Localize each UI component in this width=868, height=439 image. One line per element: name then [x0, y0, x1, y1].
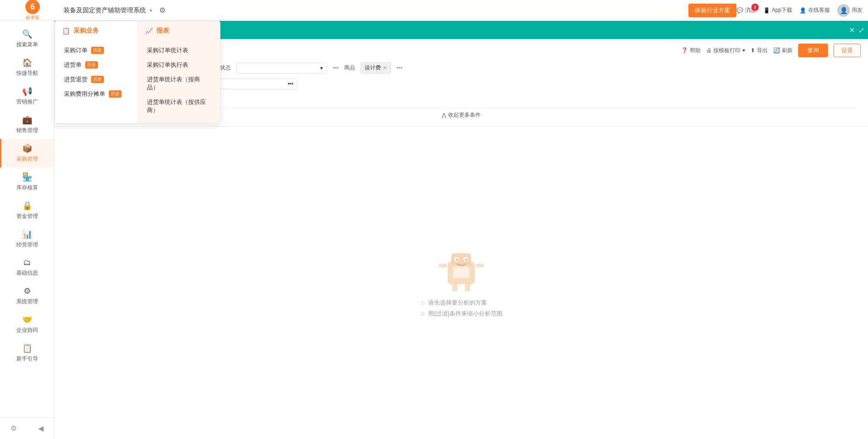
purchase-col-title: 采购业务 — [73, 27, 99, 35]
message-icon: 💬 — [736, 7, 743, 14]
report-col-title: 报表 — [156, 27, 169, 35]
stock-in-history: 历史 — [85, 61, 98, 69]
settings-btn[interactable]: 设置 — [834, 44, 861, 57]
tab-bar-right: ✕ ⤢ — [849, 21, 868, 39]
sidebar-item-guide[interactable]: 📋 新手引导 — [0, 339, 54, 367]
online-service-item[interactable]: 👤 在线客服 — [800, 6, 830, 14]
sidebar-item-system[interactable]: ⚙ 系统管理 — [0, 281, 54, 310]
help-icon: ❓ — [681, 47, 688, 54]
refresh-action[interactable]: 🔄 刷新 — [773, 47, 793, 54]
notification-badge: 9 — [751, 4, 759, 11]
report-col-icon: 📈 — [145, 27, 153, 35]
user-label: 用友 — [852, 6, 863, 14]
finance-icon: 🔒 — [22, 201, 32, 211]
filter-goods-dots[interactable]: ••• — [396, 64, 403, 71]
filter-salesman-select[interactable]: ••• — [207, 79, 297, 89]
empty-text-line1: 请先选择要分析的方案 — [420, 299, 502, 307]
svg-rect-6 — [439, 264, 447, 267]
svg-rect-7 — [476, 264, 484, 267]
stock-stat-goods-label: 进货单统计表（按商品） — [147, 75, 211, 92]
phone-icon: 📱 — [763, 7, 770, 14]
guide-icon: 📋 — [22, 343, 32, 353]
purchase-icon: 📦 — [22, 143, 32, 153]
system-icon: ⚙ — [24, 286, 31, 296]
tab-expand-icon[interactable]: ⤢ — [858, 26, 864, 35]
sidebar-bottom-settings-icon[interactable]: ⚙ — [8, 421, 20, 435]
app-download-item[interactable]: 📱 App下载 — [763, 6, 792, 14]
filter-goods-close[interactable]: ✕ — [383, 65, 387, 71]
filter-status-dots[interactable]: ••• — [332, 64, 339, 71]
sidebar-label-finance: 资金管理 — [16, 212, 38, 220]
collapse-label: 收起更多条件 — [448, 111, 481, 119]
filter-goods-value: 设计费 — [365, 64, 381, 72]
sidebar-item-inventory[interactable]: 🏪 库存核算 — [0, 168, 54, 196]
sidebar-item-enterprise[interactable]: 🤝 企业协同 — [0, 310, 54, 339]
print-action[interactable]: 🖨 按模板打印 ▾ — [706, 47, 745, 54]
dropdown-item-purchase-stat[interactable]: 采购订单统计表 — [145, 43, 213, 58]
inventory-icon: 🏪 — [22, 172, 32, 182]
filter-status-arrow: ▾ — [320, 65, 323, 71]
purchase-exec-label: 采购订单执行表 — [147, 61, 188, 69]
sidebar-item-operation[interactable]: 📊 经营管理 — [0, 225, 54, 253]
system-settings-icon[interactable]: ⚙ — [156, 4, 169, 17]
refresh-icon: 🔄 — [773, 47, 780, 54]
logo-icon: 6 — [25, 0, 40, 14]
dropdown-item-purchase-order[interactable]: 采购订单 历史 — [62, 43, 130, 58]
query-btn[interactable]: 查询 — [798, 44, 828, 57]
filter-salesman-arrow: ••• — [288, 81, 293, 87]
print-dropdown-icon[interactable]: ▾ — [742, 47, 745, 54]
tab-close-all-icon[interactable]: ✕ — [849, 26, 855, 35]
sidebar-item-marketing[interactable]: 📢 营销推广 — [0, 82, 54, 110]
collapse-up-icon: ⋀ — [442, 112, 446, 118]
empty-state: 请先选择要分析的方案 用[过滤]条件来缩小分析范围 — [420, 248, 502, 318]
empty-text: 请先选择要分析的方案 用[过滤]条件来缩小分析范围 — [420, 299, 502, 318]
report-col: 📈 报表 采购订单统计表 采购订单执行表 进货单统计表（按商品） 进货单统计表（… — [138, 21, 220, 123]
sidebar-bottom: ⚙ ◀ — [0, 417, 54, 439]
enterprise-icon: 🤝 — [22, 315, 32, 325]
filter-goods-label: 商品 — [344, 64, 355, 72]
refresh-label: 刷新 — [782, 47, 793, 54]
dropdown-item-stock-stat-supplier[interactable]: 进货单统计表（按供应商） — [145, 95, 213, 118]
purchase-col-header: 📋 采购业务 — [62, 27, 130, 38]
purchase-col: 📋 采购业务 采购订单 历史 进货单 历史 进货退货 历史 采购费用分摊单 历史 — [55, 21, 138, 123]
filter-status-select[interactable]: ▾ — [236, 63, 327, 74]
marketing-icon: 📢 — [22, 86, 32, 96]
sidebar: 🔍 搜索菜单 🏠 快捷导航 📢 营销推广 💼 销售管理 📦 采购管理 🏪 库存核… — [0, 21, 54, 439]
svg-rect-9 — [465, 283, 470, 291]
sidebar-item-purchase[interactable]: 📦 采购管理 — [0, 139, 54, 168]
sidebar-item-sales[interactable]: 💼 销售管理 — [0, 110, 54, 139]
sidebar-label-marketing: 营销推广 — [16, 98, 38, 106]
sidebar-item-quick[interactable]: 🏠 快捷导航 — [0, 53, 54, 82]
sidebar-bottom-collapse-icon[interactable]: ◀ — [35, 421, 46, 435]
export-label: 导出 — [757, 47, 768, 54]
notification-item[interactable]: 💬 消息 9 — [736, 6, 756, 14]
system-dropdown-arrow[interactable]: ▾ — [150, 7, 152, 14]
purchase-order-history: 历史 — [91, 47, 104, 54]
industry-btn[interactable]: 体验行业方案 — [688, 4, 736, 17]
sidebar-item-search[interactable]: 🔍 搜索菜单 — [0, 25, 54, 53]
export-action[interactable]: ⬆ 导出 — [751, 47, 768, 54]
sidebar-item-finance[interactable]: 🔒 资金管理 — [0, 196, 54, 225]
empty-text-line2: 用[过滤]条件来缩小分析范围 — [420, 310, 502, 318]
help-action[interactable]: ❓ 帮助 — [681, 47, 701, 54]
purchase-stat-label: 采购订单统计表 — [147, 46, 188, 54]
sidebar-label-basic: 基础信息 — [16, 269, 38, 277]
dropdown-item-purchase-fee[interactable]: 采购费用分摊单 历史 — [62, 87, 130, 101]
sidebar-item-basic[interactable]: 🗂 基础信息 — [0, 253, 54, 281]
search-icon: 🔍 — [22, 29, 32, 39]
sidebar-label-guide: 新手引导 — [16, 355, 38, 363]
main-content: 请先选择要分析的方案 用[过滤]条件来缩小分析范围 — [54, 127, 868, 439]
dropdown-item-stock-in[interactable]: 进货单 历史 — [62, 58, 130, 72]
help-label: 帮助 — [690, 47, 701, 54]
app-download-label: App下载 — [772, 6, 792, 14]
user-item[interactable]: 👤 用友 — [837, 4, 863, 17]
dropdown-item-purchase-exec[interactable]: 采购订单执行表 — [145, 58, 213, 72]
svg-point-4 — [456, 259, 458, 261]
dropdown-item-stock-stat-goods[interactable]: 进货单统计表（按商品） — [145, 72, 213, 95]
sales-icon: 💼 — [22, 115, 32, 125]
export-icon: ⬆ — [751, 47, 755, 54]
svg-rect-8 — [452, 283, 458, 291]
logo-subtext: 标准版 — [26, 15, 39, 21]
stock-return-history: 历史 — [91, 76, 104, 83]
dropdown-item-stock-return[interactable]: 进货退货 历史 — [62, 72, 130, 87]
